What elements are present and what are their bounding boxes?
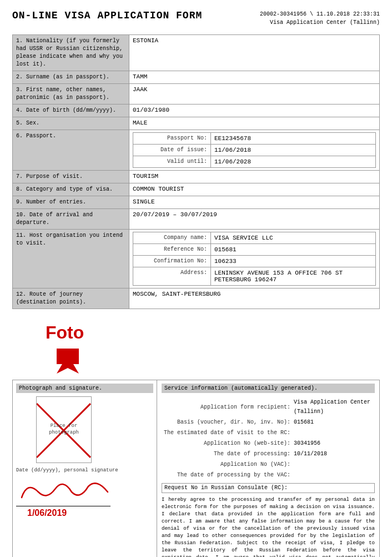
table-row: 5. Sex. MALE xyxy=(13,117,380,130)
service-row: Application No (VAC): xyxy=(163,460,374,469)
rc-request-label: Request No in Russian Consulate (RC): xyxy=(164,485,288,491)
field-value-7: TOURISM xyxy=(129,171,380,183)
vac-location: Visa Application Center (Tallinn) xyxy=(260,18,380,27)
field-value-4: 01/03/1980 xyxy=(129,105,380,117)
field-value-6: Passport No: EE12345678 Date of issue: 1… xyxy=(129,130,380,171)
service-label: Application No (web-site): xyxy=(163,439,292,448)
table-row: 1. Nationality (if you formerly had USSR… xyxy=(13,35,380,71)
service-label: Basis (voucher, dir. No, inv. No): xyxy=(163,417,292,427)
service-row: Application No (web-site): 30341956 xyxy=(163,439,374,448)
table-row: 4. Date of birth (dd/mm/yyyy). 01/03/198… xyxy=(13,105,380,117)
arrow-down-icon xyxy=(51,343,84,376)
photo-inner: Place forphotograph xyxy=(16,396,92,463)
field-value-10: 20/07/2019 – 30/07/2019 xyxy=(129,209,380,230)
field-label-8: 8. Category and type of visa. xyxy=(13,183,129,196)
photo-placeholder-text: Place forphotograph xyxy=(49,423,79,436)
table-row: 6. Passport. Passport No: EE12345678 Dat… xyxy=(13,130,380,171)
field-value-11: Company name: VISA SERVICE LLC Reference… xyxy=(129,230,380,289)
reference-no-value: 015681 xyxy=(211,244,376,256)
field-label-1: 1. Nationality (if you formerly had USSR… xyxy=(13,35,129,71)
field-value-8: COMMON TOURIST xyxy=(129,183,380,196)
table-row: 9. Number of entries. SINGLE xyxy=(13,196,380,209)
field-label-2: 2. Surname (as in passport). xyxy=(13,71,129,84)
reference-no-label: Reference No: xyxy=(133,244,211,256)
service-label: The date of processing by the VAC: xyxy=(163,470,292,480)
header: ON-LINE VISA APPLICATION FORM 20002-3034… xyxy=(12,10,380,27)
field-label-10: 10. Date of arrival and departure. xyxy=(13,209,129,230)
table-row: 7. Purpose of visit. TOURISM xyxy=(13,171,380,183)
declaration-text: I hereby agree to the processing and tra… xyxy=(162,496,375,557)
field-value-3: JAAK xyxy=(129,84,380,105)
passport-no-value: EE12345678 xyxy=(211,133,376,145)
service-value xyxy=(293,460,374,469)
signature-label: Date (dd/yyyy), personal signature xyxy=(16,468,153,473)
service-label: Application No (VAC): xyxy=(163,460,292,469)
service-label: The date of processing: xyxy=(163,449,292,459)
service-row: The date of processing by the VAC: xyxy=(163,470,374,480)
form-table: 1. Nationality (if you formerly had USSR… xyxy=(12,34,380,309)
field-value-9: SINGLE xyxy=(129,196,380,209)
table-row: 2. Surname (as in passport). TAMM xyxy=(13,71,380,84)
service-label: The estimated date of visit to the RC: xyxy=(163,428,292,437)
signature-date: 1/06/2019 xyxy=(27,508,153,518)
svg-marker-0 xyxy=(57,349,79,374)
field-label-11: 11. Host organisation you intend to visi… xyxy=(13,230,129,289)
field-label-5: 5. Sex. xyxy=(13,117,129,130)
signature-image xyxy=(16,475,116,506)
company-name-label: Company name: xyxy=(133,232,211,244)
signature-line xyxy=(16,506,110,506)
service-value: 015681 xyxy=(293,417,374,427)
table-row: 12. Route of journey (destination points… xyxy=(13,289,380,309)
photo-col-label: Photograph and signature. xyxy=(16,384,153,393)
passport-no-label: Passport No: xyxy=(133,133,211,145)
rc-request-box: Request No in Russian Consulate (RC): xyxy=(162,483,375,493)
confirmation-no-label: Confirmation No: xyxy=(133,256,211,267)
field-label-7: 7. Purpose of visit. xyxy=(13,171,129,183)
field-value-2: TAMM xyxy=(129,71,380,84)
signature-area: Date (dd/yyyy), personal signature 1/06/… xyxy=(16,468,153,518)
service-info-table: Application form recipient: Visa Applica… xyxy=(162,396,375,481)
table-row: 3. First name, other names, patronimic (… xyxy=(13,84,380,105)
header-meta: 20002-30341956 \ 11.10.2018 22:33:31 Vis… xyxy=(260,10,380,27)
service-value xyxy=(293,470,374,480)
table-row: 11. Host organisation you intend to visi… xyxy=(13,230,380,289)
field-label-3: 3. First name, other names, patronimic (… xyxy=(13,84,129,105)
field-value-1: ESTONIA xyxy=(129,35,380,71)
service-row: The estimated date of visit to the RC: xyxy=(163,428,374,437)
bottom-section: Photograph and signature. xyxy=(12,380,380,557)
valid-until-label: Valid until: xyxy=(133,156,211,168)
service-value xyxy=(293,428,374,437)
field-label-9: 9. Number of entries. xyxy=(13,196,129,209)
service-col-label: Service information (automatically gener… xyxy=(162,384,375,393)
valid-until-value: 11/06/2028 xyxy=(211,156,376,168)
service-row: Application form recipient: Visa Applica… xyxy=(163,397,374,416)
confirmation-no-value: 106233 xyxy=(211,256,376,267)
table-row: 10. Date of arrival and departure. 20/07… xyxy=(13,209,380,230)
field-value-5: MALE xyxy=(129,117,380,130)
field-label-12: 12. Route of journey (destination points… xyxy=(13,289,129,309)
date-issue-value: 11/06/2018 xyxy=(211,145,376,156)
service-value: Visa Application Center (Tallinn) xyxy=(293,397,374,416)
field-label-4: 4. Date of birth (dd/mm/yyyy). xyxy=(13,105,129,117)
field-value-12: MOSCOW, SAINT-PETERSBURG xyxy=(129,289,380,309)
company-name-value: VISA SERVICE LLC xyxy=(211,232,376,244)
foto-label: Foto xyxy=(46,322,84,343)
address-value: LENINSKY AVENUE 153 A OFFICE 706 ST PETE… xyxy=(211,267,376,286)
date-issue-label: Date of issue: xyxy=(133,145,211,156)
service-row: Basis (voucher, dir. No, inv. No): 01568… xyxy=(163,417,374,427)
service-value: 30341956 xyxy=(293,439,374,448)
signature-scrawl-icon xyxy=(16,475,116,503)
foto-section: Foto xyxy=(46,322,380,376)
photo-column: Photograph and signature. xyxy=(13,380,157,557)
service-value: 10/11/2018 xyxy=(293,449,374,459)
page-title: ON-LINE VISA APPLICATION FORM xyxy=(12,10,202,21)
address-label: Address: xyxy=(133,267,211,286)
photo-box: Place forphotograph xyxy=(36,396,92,463)
service-row: The date of processing: 10/11/2018 xyxy=(163,449,374,459)
barcode xyxy=(16,396,33,443)
service-label: Application form recipient: xyxy=(163,397,292,416)
reference-code: 20002-30341956 \ 11.10.2018 22:33:31 xyxy=(260,10,380,18)
field-label-6: 6. Passport. xyxy=(13,130,129,171)
table-row: 8. Category and type of visa. COMMON TOU… xyxy=(13,183,380,196)
service-column: Service information (automatically gener… xyxy=(157,380,379,557)
